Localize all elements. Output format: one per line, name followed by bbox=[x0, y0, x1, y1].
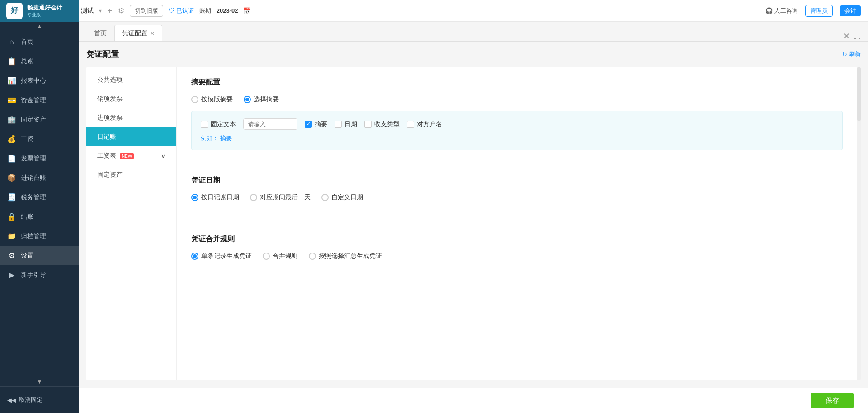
menu-item-public[interactable]: 公共选项 bbox=[86, 70, 176, 89]
settings-icon[interactable]: ⚙ bbox=[118, 6, 124, 15]
sidebar: ▲ ⌂ 首页 📋 总账 📊 报表中心 💳 资金管理 🏢 固定资产 bbox=[0, 22, 79, 413]
switch-old-btn[interactable]: 切到旧版 bbox=[130, 5, 163, 17]
new-badge: NEW bbox=[120, 153, 134, 159]
checkbox-summary[interactable]: ✓ 摘要 bbox=[305, 120, 327, 128]
checkbox-date-box bbox=[335, 121, 342, 128]
top-header: 好 畅捷通好会计 专业版 测试 ▾ + ⚙ 切到旧版 🛡 已认证 账期 2023… bbox=[0, 0, 868, 22]
consult-btn[interactable]: 🎧 人工咨询 bbox=[765, 7, 798, 15]
logo-icon: 好 bbox=[6, 3, 23, 19]
left-menu: 公共选项 销项发票 进项发票 日记账 工资表 NEW bbox=[86, 67, 177, 380]
period-value: 2023-02 bbox=[217, 7, 238, 14]
accountant-btn[interactable]: 会计 bbox=[840, 5, 861, 16]
right-scrollbar[interactable] bbox=[857, 67, 861, 380]
sidebar-item-label: 资金管理 bbox=[21, 96, 46, 104]
sidebar-item-settings[interactable]: ⚙ 设置 bbox=[0, 246, 79, 265]
sidebar-scroll-down[interactable]: ▼ bbox=[0, 377, 79, 386]
ledger-icon: 📋 bbox=[7, 57, 16, 66]
sidebar-item-payroll[interactable]: 💰 工资 bbox=[0, 129, 79, 149]
checkbox-counterparty-box bbox=[407, 121, 414, 128]
sidebar-item-invoice[interactable]: 📄 发票管理 bbox=[0, 149, 79, 168]
merge-section-title: 凭证合并规则 bbox=[191, 235, 843, 244]
sidebar-scroll-up[interactable]: ▲ bbox=[0, 22, 79, 31]
sidebar-item-asset[interactable]: 🏢 固定资产 bbox=[0, 110, 79, 129]
tab-expand-btn[interactable]: ⛶ bbox=[854, 32, 861, 40]
admin-btn[interactable]: 管理员 bbox=[805, 5, 833, 17]
tab-home-label: 首页 bbox=[94, 29, 107, 38]
sidebar-item-label: 进销台账 bbox=[21, 174, 46, 182]
bottom-bar: 保存 bbox=[79, 388, 868, 413]
logo-badge: 专业版 bbox=[27, 12, 62, 18]
summary-options-box: 固定文本 ✓ 摘要 日期 bbox=[191, 111, 843, 150]
radio-merge-rule[interactable]: 合并规则 bbox=[263, 252, 298, 260]
sidebar-item-report[interactable]: 📊 报表中心 bbox=[0, 71, 79, 90]
radio-period-last-circle bbox=[250, 194, 257, 201]
checkbox-fixed-text[interactable]: 固定文本 bbox=[201, 120, 236, 128]
radio-journal-date[interactable]: 按日记账日期 bbox=[191, 193, 239, 202]
invoice-icon: 📄 bbox=[7, 154, 16, 163]
sidebar-item-label: 结账 bbox=[21, 213, 33, 221]
merge-radio-group: 单条记录生成凭证 合并规则 按照选择汇总生成凭证 bbox=[191, 252, 843, 260]
dropdown-icon[interactable]: ▾ bbox=[99, 8, 102, 14]
settings-sidebar-icon: ⚙ bbox=[7, 251, 16, 260]
logo-area: 好 畅捷通好会计 专业版 bbox=[0, 0, 79, 22]
sidebar-item-label: 设置 bbox=[21, 252, 33, 260]
report-icon: 📊 bbox=[7, 76, 16, 85]
radio-single-circle bbox=[191, 253, 198, 260]
shield-icon: 🛡 bbox=[169, 7, 175, 14]
radio-custom-date[interactable]: 自定义日期 bbox=[321, 193, 363, 202]
sales-icon: 📦 bbox=[7, 174, 16, 182]
refresh-btn[interactable]: ↻ 刷新 bbox=[842, 50, 861, 58]
guide-icon: ▶ bbox=[7, 271, 16, 279]
sidebar-item-archive[interactable]: 📁 归档管理 bbox=[0, 226, 79, 246]
sidebar-item-label: 工资 bbox=[21, 135, 33, 143]
save-btn[interactable]: 保存 bbox=[811, 393, 854, 408]
sidebar-item-home[interactable]: ⌂ 首页 bbox=[0, 33, 79, 52]
sidebar-item-guide[interactable]: ▶ 新手引导 bbox=[0, 265, 79, 285]
checkbox-pay-type[interactable]: 收支类型 bbox=[364, 120, 400, 128]
radio-select-merge[interactable]: 按照选择汇总生成凭证 bbox=[309, 252, 382, 260]
sidebar-item-capital[interactable]: 💳 资金管理 bbox=[0, 90, 79, 110]
menu-item-sales-invoice[interactable]: 销项发票 bbox=[86, 89, 176, 108]
sidebar-item-close[interactable]: 🔒 结账 bbox=[0, 207, 79, 226]
add-icon[interactable]: + bbox=[107, 6, 113, 15]
cancel-fixed-btn[interactable]: ◀◀ 取消固定 bbox=[0, 391, 79, 408]
capital-icon: 💳 bbox=[7, 96, 16, 104]
radio-period-last[interactable]: 对应期间最后一天 bbox=[250, 193, 311, 202]
menu-item-payroll-table[interactable]: 工资表 NEW ∨ bbox=[86, 146, 176, 165]
checkbox-counterparty[interactable]: 对方户名 bbox=[407, 120, 442, 128]
tab-voucher-label: 凭证配置 bbox=[122, 29, 147, 38]
sidebar-item-sales[interactable]: 📦 进销台账 bbox=[0, 168, 79, 188]
radio-template-summary[interactable]: 按模版摘要 bbox=[191, 95, 233, 103]
sidebar-item-label: 首页 bbox=[21, 38, 33, 46]
tab-home[interactable]: 首页 bbox=[86, 25, 114, 41]
home-icon: ⌂ bbox=[7, 38, 16, 46]
merge-section: 凭证合并规则 单条记录生成凭证 合并规则 bbox=[191, 235, 843, 278]
radio-single[interactable]: 单条记录生成凭证 bbox=[191, 252, 252, 260]
pin-icon: ◀◀ bbox=[7, 397, 16, 404]
logo-name: 畅捷通好会计 bbox=[27, 4, 62, 12]
calendar-icon[interactable]: 📅 bbox=[243, 7, 251, 14]
date-radio-group: 按日记账日期 对应期间最后一天 自定义日期 bbox=[191, 193, 843, 202]
summary-radio-group: 按模版摘要 选择摘要 bbox=[191, 95, 843, 103]
menu-item-purchase-invoice[interactable]: 进项发票 bbox=[86, 108, 176, 127]
close-accounts-icon: 🔒 bbox=[7, 212, 16, 221]
sidebar-item-tax[interactable]: 🧾 税务管理 bbox=[0, 188, 79, 207]
tab-voucher-config[interactable]: 凭证配置 ✕ bbox=[114, 25, 162, 41]
payroll-icon: 💰 bbox=[7, 135, 16, 143]
content-area: 首页 凭证配置 ✕ ✕ ⛶ 凭证配置 ↻ 刷新 bbox=[79, 22, 868, 413]
menu-item-journal[interactable]: 日记账 bbox=[86, 127, 176, 146]
checkbox-date[interactable]: 日期 bbox=[335, 120, 357, 128]
scrollbar-track bbox=[857, 67, 861, 121]
tab-close-icon[interactable]: ✕ bbox=[150, 30, 155, 37]
tax-icon: 🧾 bbox=[7, 193, 16, 202]
tab-close-btn[interactable]: ✕ bbox=[843, 31, 850, 41]
fixed-text-input[interactable] bbox=[243, 118, 297, 130]
sidebar-item-label: 报表中心 bbox=[21, 77, 46, 85]
radio-select-summary[interactable]: 选择摘要 bbox=[244, 95, 279, 103]
sidebar-item-ledger[interactable]: 📋 总账 bbox=[0, 52, 79, 71]
verified-status: 🛡 已认证 bbox=[169, 7, 194, 15]
radio-custom-date-circle bbox=[321, 194, 329, 201]
sidebar-item-label: 发票管理 bbox=[21, 155, 46, 163]
page-header: 凭证配置 ↻ 刷新 bbox=[86, 49, 861, 60]
menu-item-fixed-assets[interactable]: 固定资产 bbox=[86, 165, 176, 184]
